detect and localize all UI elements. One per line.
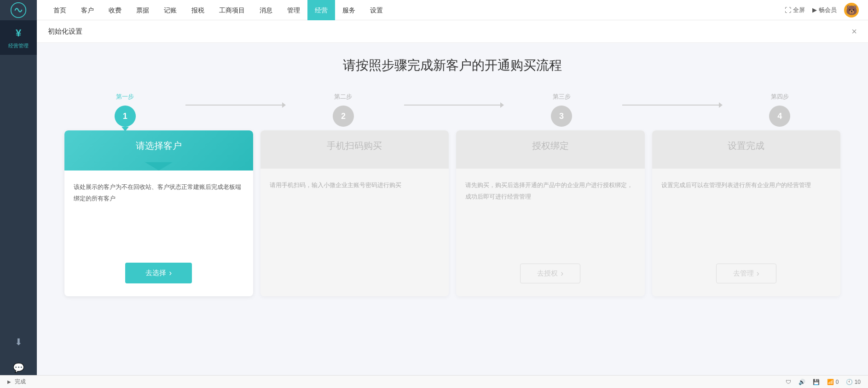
- step-2-header: 第二步 2: [283, 93, 404, 131]
- step-4-header: 第四步 4: [719, 93, 840, 131]
- card-4-body: 设置完成后可以在管理列表进行所有企业用户的经营管理: [652, 169, 841, 256]
- page-title: 初始化设置: [48, 27, 82, 36]
- card-4-footer: 去管理 ›: [652, 256, 841, 296]
- save-icon: 💾: [813, 379, 820, 385]
- volume-icon: 🔊: [799, 379, 805, 385]
- steps-header-row: 第一步 1 第二步 2: [64, 93, 840, 131]
- nav-service[interactable]: 服务: [335, 0, 363, 20]
- step-4-label: 第四步: [771, 93, 789, 101]
- step-4-circle: 4: [769, 106, 790, 127]
- card-1-btn-arrow: ›: [169, 268, 172, 278]
- card-2: 手机扫码购买 请用手机扫码，输入小微企业主账号密码进行购买: [260, 130, 449, 296]
- yuan-icon: ¥: [11, 26, 26, 41]
- card-4-title: 设置完成: [728, 141, 764, 151]
- play-icon: ▶: [812, 6, 817, 13]
- cards-row: 请选择客户 该处展示的客户为不在回收站、客户状态正常建账后完成老板端绑定的所有客…: [64, 130, 840, 296]
- status-label: 完成: [15, 378, 26, 386]
- main-content: 请按照步骤完成新客户的开通购买流程 第一步 1: [37, 43, 868, 310]
- close-button[interactable]: ×: [851, 27, 857, 36]
- card-3-body: 请先购买，购买后选择开通的产品中的企业用户进行授权绑定，成功后即可进行经营管理: [456, 169, 645, 256]
- card-4-button[interactable]: 去管理 ›: [716, 264, 776, 283]
- card-1-footer: 去选择 ›: [64, 255, 253, 296]
- page-header: 初始化设置 ×: [37, 20, 868, 43]
- avatar[interactable]: 🐻: [844, 3, 859, 18]
- sidebar-item-jingying[interactable]: ¥ 经营管理: [0, 20, 37, 55]
- step-1-circle: 1: [115, 106, 136, 127]
- step-2-label: 第二步: [334, 93, 352, 101]
- sidebar-item-download[interactable]: ⬇: [0, 329, 37, 355]
- fullscreen-label: 全屏: [793, 6, 805, 14]
- network-status: 📶 0: [827, 379, 839, 385]
- card-1-btn-label: 去选择: [145, 269, 166, 277]
- nav-tax[interactable]: 报税: [184, 0, 212, 20]
- card-3: 授权绑定 请先购买，购买后选择开通的产品中的企业用户进行授权绑定，成功后即可进行…: [456, 130, 645, 296]
- fullscreen-icon: ⛶: [785, 6, 791, 14]
- card-4: 设置完成 设置完成后可以在管理列表进行所有企业用户的经营管理 去管理 ›: [652, 130, 841, 296]
- step-3-circle: 3: [551, 106, 572, 127]
- step-1-header: 第一步 1: [64, 93, 185, 131]
- nav-settings[interactable]: 设置: [363, 0, 390, 20]
- card-1-button[interactable]: 去选择 ›: [125, 263, 192, 283]
- nav-collection[interactable]: 收费: [101, 0, 129, 20]
- vip-button[interactable]: ▶ 畅会员: [812, 6, 837, 14]
- status-right: 🛡 🔊 💾 📶 0 🕙 10: [786, 379, 861, 385]
- card-3-btn-arrow: ›: [561, 269, 563, 278]
- step-3-label: 第三步: [553, 93, 571, 101]
- card-4-btn-arrow: ›: [757, 269, 759, 278]
- step-3-header: 第三步 3: [501, 93, 622, 131]
- step-1-label: 第一步: [116, 93, 134, 101]
- card-3-title: 授权绑定: [532, 141, 569, 151]
- sidebar-item-label: 经营管理: [8, 42, 29, 49]
- status-bar: ▶ 完成 🛡 🔊 💾 📶 0 🕙 10: [0, 375, 868, 388]
- card-1-title: 请选择客户: [136, 141, 182, 151]
- nav-management[interactable]: 管理: [280, 0, 307, 20]
- nav-message[interactable]: 消息: [252, 0, 280, 20]
- vip-label: 畅会员: [819, 6, 837, 14]
- nav-customer[interactable]: 客户: [74, 0, 101, 20]
- play-icon: ▶: [7, 379, 11, 384]
- card-1-body: 该处展示的客户为不在回收站、客户状态正常建账后完成老板端绑定的所有客户: [64, 170, 253, 255]
- fullscreen-button[interactable]: ⛶ 全屏: [785, 6, 805, 14]
- sidebar: ¥ 经营管理 ⬇ 💬: [0, 0, 37, 388]
- download-icon: ⬇: [11, 335, 26, 349]
- card-4-btn-label: 去管理: [733, 269, 754, 278]
- shield-icon: 🛡: [786, 379, 791, 385]
- card-2-title: 手机扫码购买: [327, 141, 382, 151]
- sidebar-logo: [0, 0, 37, 20]
- card-3-btn-label: 去授权: [537, 269, 558, 278]
- nav-accounting[interactable]: 记账: [156, 0, 184, 20]
- card-3-footer: 去授权 ›: [456, 256, 645, 296]
- top-nav: 首页 客户 收费 票据 记账 报税 工商项目 消息 管理 经营 服务 设置 ⛶ …: [37, 0, 868, 20]
- card-2-body: 请用手机扫码，输入小微企业主账号密码进行购买: [260, 169, 449, 265]
- nav-operation[interactable]: 经营: [307, 0, 335, 20]
- nav-home[interactable]: 首页: [46, 0, 74, 20]
- card-1: 请选择客户 该处展示的客户为不在回收站、客户状态正常建账后完成老板端绑定的所有客…: [64, 130, 253, 296]
- nav-right: ⛶ 全屏 ▶ 畅会员 🐻: [785, 3, 859, 18]
- nav-invoice[interactable]: 票据: [129, 0, 156, 20]
- steps-and-cards: 第一步 1 第二步 2: [64, 93, 840, 296]
- nav-business[interactable]: 工商项目: [212, 0, 252, 20]
- card-3-button[interactable]: 去授权 ›: [520, 264, 580, 283]
- main-heading: 请按照步骤完成新客户的开通购买流程: [64, 57, 840, 74]
- time-status: 🕙 10: [846, 379, 861, 385]
- step-2-circle: 2: [333, 106, 354, 127]
- service-icon: 💬: [11, 360, 26, 375]
- main-area: 初始化设置 × 请按照步骤完成新客户的开通购买流程 第一步 1: [37, 20, 868, 375]
